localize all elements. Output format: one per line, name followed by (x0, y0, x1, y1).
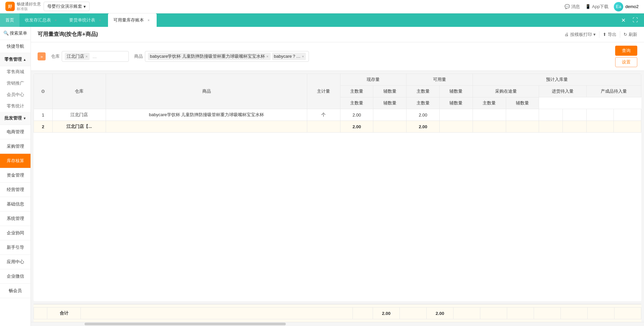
product-input[interactable]: babycare学饮杯 儿童防摔防撞吸管杯重力球吸嘴杯宝宝水杯 × babyca… (145, 51, 309, 62)
row-warehouse: 江北门店 (52, 109, 106, 121)
export-btn[interactable]: ⬆ 导出 (603, 32, 616, 38)
footer-cs-aux (400, 308, 427, 319)
footer-av-aux (453, 308, 480, 319)
user-area[interactable]: Ea demo2 (614, 2, 639, 11)
row-warehouse: 江北门店【... (52, 121, 106, 133)
footer-table: 合计 2.00 2.00 (34, 307, 641, 319)
refresh-btn[interactable]: ↻ 刷新 (624, 32, 637, 38)
close-available-stock-icon[interactable]: × (146, 17, 151, 23)
industry-selector[interactable]: 母婴行业演示账套 ▾ (44, 2, 90, 11)
filter-actions: 查询 设置 (615, 46, 637, 67)
row-pp-aux (563, 121, 587, 133)
tab-order-stats[interactable]: 要货单统计表 × (64, 13, 108, 27)
sidebar-item-retail-mall[interactable]: 零售商城 (0, 66, 31, 78)
warehouse-input[interactable]: 江北门店 × … (62, 51, 129, 62)
product-tag2: babycare？… × (272, 53, 306, 60)
row-pt-main (473, 109, 506, 121)
sidebar-item-marketing[interactable]: 营销推广 (0, 78, 31, 89)
sidebar-item-appstore[interactable]: 应用中心 (0, 255, 31, 269)
remove-warehouse-tag-btn[interactable]: × (86, 54, 88, 58)
col-pt-aux-header: 辅数量 (373, 97, 407, 109)
table-container[interactable]: ⚙ 仓库 商品 主计量 现存量 可用量 预计入库量 主数量 辅数量 主数量 辅数… (34, 74, 641, 301)
download-icon: 📱 (585, 4, 591, 9)
content-area: 可用量查询(按仓库+商品) 🖨 按模板打印 ▾ ⬆ 导出 ↻ 刷新 (31, 27, 644, 326)
top-bar: 好 畅捷通好生意 标准版 母婴行业演示账套 ▾ 💬 消息 📱 App下载 Ea … (0, 0, 644, 13)
footer-pp-aux (561, 308, 588, 319)
app-download-btn[interactable]: 📱 App下载 (585, 4, 608, 10)
col-gear-header[interactable]: ⚙ (34, 74, 53, 109)
export-icon: ⬆ (603, 32, 606, 37)
sidebar-item-ecommerce[interactable]: 电商管理 (0, 125, 31, 139)
tab-home[interactable]: 首页 (0, 13, 19, 27)
row-av-main: 2.00 (407, 109, 440, 121)
remove-product-tag2-btn[interactable]: × (302, 54, 304, 58)
filter-bar: » 仓库 江北门店 × … 商品 babycare学饮杯 儿童防摔防撞吸管杯重力… (31, 42, 644, 71)
close-order-stats-icon[interactable]: × (97, 17, 103, 23)
remove-product-tag1-btn[interactable]: × (266, 54, 268, 58)
table-row: 1江北门店babycare学饮杯 儿童防摔防撞吸管杯重力球吸嘴杯宝宝水杯个2.0… (34, 109, 641, 121)
sidebar-quick-nav[interactable]: 快捷导航 (0, 40, 31, 53)
sidebar-search[interactable]: 🔍 搜索菜单 (0, 27, 31, 40)
sidebar-item-newbie[interactable]: 新手引导 (0, 240, 31, 255)
close-all-tabs-btn[interactable]: ✕ (619, 15, 628, 25)
col-expected-in-header: 预计入库量 (473, 74, 641, 86)
col-cs-aux-header: 辅数量 (373, 86, 407, 97)
row-av-main: 2.00 (407, 121, 440, 133)
sidebar-item-basic[interactable]: 基础信息 (0, 197, 31, 212)
col-unit-header: 主计量 (307, 74, 340, 109)
template-print-btn[interactable]: 🖨 按模板打印 ▾ (565, 32, 596, 38)
nav-tabs-right: ✕ ⛶ (619, 15, 644, 25)
expand-icon: » (40, 54, 43, 59)
row-fp-aux (614, 109, 641, 121)
table-body: 1江北门店babycare学饮杯 儿童防摔防撞吸管杯重力球吸嘴杯宝宝水杯个2.0… (34, 109, 641, 133)
col-purchase-pending-header: 进货待入量 (539, 86, 587, 97)
sidebar-item-retail[interactable]: 零售管理 ▲ (0, 53, 31, 66)
row-unit (307, 121, 340, 133)
logo-text: 畅捷通好生意 (17, 2, 41, 6)
username: demo2 (625, 4, 639, 9)
sidebar-item-operations[interactable]: 经营管理 (0, 183, 31, 197)
col-av-aux-header: 辅数量 (439, 86, 473, 97)
sidebar: 🔍 搜索菜单 快捷导航 零售管理 ▲ 零售商城 营销推广 会员中心 零售统计 批… (0, 27, 31, 326)
bottom-scrollbar[interactable] (31, 322, 644, 326)
table-footer: 合计 2.00 2.00 (34, 304, 641, 322)
page-header: 可用量查询(按仓库+商品) 🖨 按模板打印 ▾ ⬆ 导出 ↻ 刷新 (31, 27, 644, 42)
sidebar-item-wework[interactable]: 企业微信 (0, 269, 31, 284)
maximize-btn[interactable]: ⛶ (631, 15, 640, 25)
dropdown-arrow-icon: ▾ (593, 32, 596, 37)
message-icon: 💬 (565, 4, 570, 9)
sidebar-item-system[interactable]: 系统管理 (0, 212, 31, 226)
logo-label: 标准版 (17, 6, 41, 11)
data-table: ⚙ 仓库 商品 主计量 现存量 可用量 预计入库量 主数量 辅数量 主数量 辅数… (34, 74, 641, 133)
main-layout: 🔍 搜索菜单 快捷导航 零售管理 ▲ 零售商城 营销推广 会员中心 零售统计 批… (0, 27, 644, 326)
tab-order-stats-label: 要货单统计表 (69, 17, 95, 23)
tab-income-expense[interactable]: 收发存汇总表 × (19, 13, 64, 27)
tab-available-stock-label: 可用量库存账本 (113, 17, 144, 23)
filter-expand-btn[interactable]: » (38, 52, 46, 60)
row-pp-aux (563, 109, 587, 121)
page-actions: 🖨 按模板打印 ▾ ⬆ 导出 ↻ 刷新 (565, 31, 637, 38)
row-unit: 个 (307, 109, 340, 121)
tab-available-stock[interactable]: 可用量库存账本 × (108, 13, 157, 27)
warehouse-tag: 江北门店 × (65, 53, 90, 60)
home-label: 首页 (5, 17, 14, 23)
footer-empty2 (81, 308, 353, 319)
col-pp-aux-header: 辅数量 (439, 97, 473, 109)
sidebar-item-wholesale[interactable]: 批发管理 ▼ (0, 112, 31, 125)
sidebar-item-retail-stats[interactable]: 零售统计 (0, 100, 31, 112)
warehouse-dots[interactable]: … (91, 54, 98, 59)
footer-pt-main (480, 308, 507, 319)
sidebar-item-purchase[interactable]: 采购管理 (0, 139, 31, 154)
sidebar-item-finance[interactable]: 资金管理 (0, 168, 31, 183)
sidebar-item-inventory[interactable]: 库存核算 (0, 154, 31, 168)
sidebar-item-member[interactable]: 会员中心 (0, 89, 31, 100)
close-income-expense-icon[interactable]: × (53, 17, 58, 23)
row-cs-aux (373, 121, 407, 133)
col-available-header: 可用量 (407, 74, 473, 86)
query-btn[interactable]: 查询 (615, 46, 637, 56)
app-download-label: App下载 (592, 4, 608, 10)
message-btn[interactable]: 💬 消息 (565, 4, 580, 10)
settings-btn[interactable]: 设置 (615, 57, 637, 67)
sidebar-item-enterprise[interactable]: 企业协同 (0, 226, 31, 240)
sidebar-item-vip[interactable]: 畅会员 (0, 284, 31, 298)
